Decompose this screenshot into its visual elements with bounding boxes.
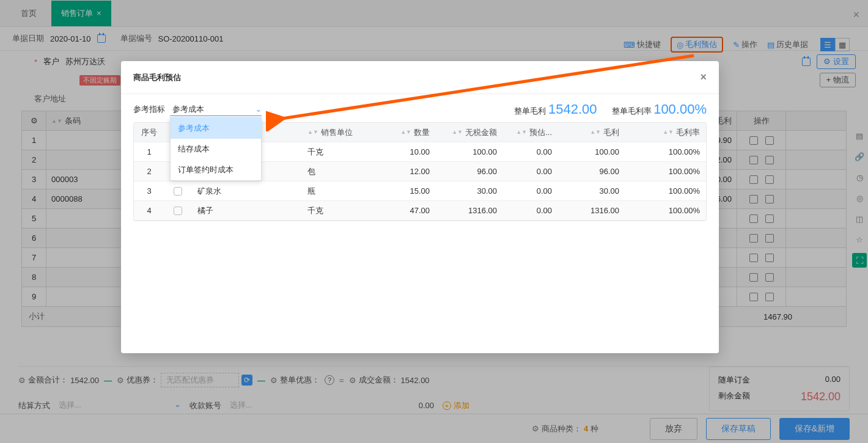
option-balance-cost[interactable]: 结存成本	[171, 139, 261, 159]
col-rate[interactable]: ▲▼毛利率	[625, 123, 706, 142]
row-checkbox[interactable]	[174, 207, 182, 215]
m-row-gp: 96.00	[558, 162, 625, 181]
col-gp-m[interactable]: ▲▼毛利	[558, 123, 625, 142]
m-row-qty: 47.00	[375, 201, 436, 220]
m-row-qty: 15.00	[375, 181, 436, 200]
m-row-rate: 100.00%	[625, 181, 706, 200]
m-row-est: 0.00	[503, 142, 558, 161]
indicator-dropdown: 参考成本 结存成本 订单签约时成本	[170, 117, 262, 181]
total-rate-label: 整单毛利率	[612, 106, 652, 115]
m-row-idx: 4	[134, 201, 164, 220]
m-row-unit: 千克	[301, 142, 375, 161]
gross-profit-modal: 商品毛利预估 × 参考指标 ⌃ 参考成本 结存成本 订单签约时成本 整单毛利 1…	[121, 61, 719, 353]
m-row-unit: 包	[301, 162, 375, 181]
m-row-gp: 1316.00	[558, 201, 625, 220]
m-row-rate: 100.00%	[625, 201, 706, 220]
total-rate-value: 100.00%	[653, 101, 707, 117]
col-qty[interactable]: ▲▼数量	[375, 123, 436, 142]
option-ref-cost[interactable]: 参考成本	[171, 118, 261, 139]
m-row-qty: 10.00	[375, 142, 436, 161]
indicator-select[interactable]	[170, 103, 262, 116]
modal-close-icon[interactable]: ×	[700, 71, 707, 84]
m-row-est: 0.00	[503, 162, 558, 181]
option-contract-cost[interactable]: 订单签约时成本	[171, 159, 261, 180]
m-row-idx: 3	[134, 181, 164, 200]
col-est[interactable]: ▲▼预估...	[503, 123, 558, 142]
m-row-gp: 30.00	[558, 181, 625, 200]
m-row-est: 0.00	[503, 181, 558, 200]
m-row-rate: 100.00%	[625, 162, 706, 181]
m-row-qty: 12.00	[375, 162, 436, 181]
m-row-gp: 100.00	[558, 142, 625, 161]
col-unit[interactable]: ▲▼销售单位	[301, 123, 375, 142]
m-row-name: 橘子	[191, 201, 301, 220]
m-row-est: 0.00	[503, 201, 558, 220]
m-row-amt: 30.00	[436, 181, 503, 200]
m-row-amt: 1316.00	[436, 201, 503, 220]
m-row-amt: 100.00	[436, 142, 503, 161]
m-row-idx: 2	[134, 162, 164, 181]
m-row-name: 矿泉水	[191, 181, 301, 200]
m-row-unit: 千克	[301, 201, 375, 220]
row-checkbox[interactable]	[174, 187, 182, 196]
col-amt[interactable]: ▲▼无税金额	[436, 123, 503, 142]
indicator-label: 参考指标	[133, 104, 165, 115]
m-row-idx: 1	[134, 142, 164, 161]
m-row-amt: 96.00	[436, 162, 503, 181]
chevron-up-icon[interactable]: ⌃	[256, 104, 262, 113]
col-idx: 序号	[134, 123, 164, 142]
total-gp-label: 整单毛利	[514, 106, 546, 115]
total-gp-value: 1542.00	[548, 101, 597, 117]
m-row-rate: 100.00%	[625, 142, 706, 161]
m-row-unit: 瓶	[301, 181, 375, 200]
modal-title: 商品毛利预估	[133, 72, 181, 83]
